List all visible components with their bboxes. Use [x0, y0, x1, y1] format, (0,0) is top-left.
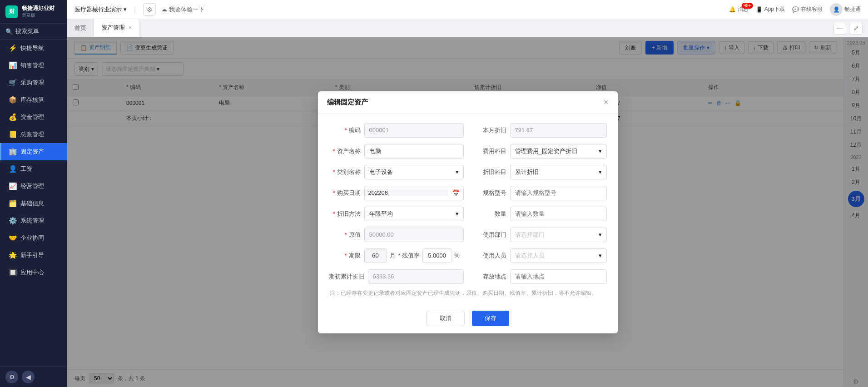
sidebar-item-system[interactable]: ⚙️ 系统管理 — [0, 212, 67, 229]
tab-asset-label: 资产管理 — [101, 24, 125, 32]
modal-close-btn[interactable]: × — [604, 98, 609, 107]
residual-input[interactable] — [422, 248, 451, 263]
dep-method-select[interactable]: 年限平均 ▾ — [364, 207, 464, 221]
username-label: 畅捷通 — [844, 5, 861, 13]
sidebar-item-inventory[interactable]: 📦 库存核算 — [0, 91, 67, 109]
asset-name-input[interactable] — [364, 144, 464, 159]
sidebar-header: 财 畅捷通好业财 普及版 — [0, 0, 67, 24]
basic-info-icon: 🗂️ — [9, 199, 17, 208]
spec-label: 规格型号 — [475, 189, 506, 197]
tab-actions: — ⤢ — [833, 22, 868, 35]
period-accum-dep-input[interactable] — [368, 269, 464, 284]
save-button[interactable]: 保存 — [472, 311, 509, 326]
form-row-quantity: 数量 — [475, 207, 607, 221]
search-icon: 🔍 — [5, 28, 13, 35]
category-dropdown-icon: ▾ — [456, 169, 459, 175]
corp-collab-icon: 🤝 — [9, 234, 17, 242]
form-row-dep-method: 折旧方法 年限平均 ▾ — [329, 207, 464, 221]
sidebar-item-fixed-assets[interactable]: 🏢 固定资产 — [0, 143, 67, 160]
topbar-right: 🔔 消息 99+ 📱 App下载 💬 在线客服 👤 畅捷通 — [729, 3, 861, 16]
original-value-label: 原值 — [329, 231, 361, 239]
form-row-original-value: 原值 — [329, 228, 464, 242]
notifications-badge: 99+ — [742, 3, 753, 9]
modal-footer: 取消 保存 — [318, 305, 618, 333]
experience-btn[interactable]: ☁ 我要体验一下 — [161, 5, 204, 14]
sidebar-item-sales[interactable]: 📊 销售管理 — [0, 57, 67, 74]
modal-note: 注：已经存在变更记录或者对应固定资产已经生成凭证，原值、购买日期、残值率、累计折… — [329, 289, 607, 297]
sidebar-item-funds[interactable]: 💰 资金管理 — [0, 109, 67, 126]
company-dropdown-icon: ▾ — [124, 6, 127, 13]
monthly-dep-input[interactable] — [510, 123, 607, 138]
code-input[interactable] — [364, 123, 464, 138]
cancel-button[interactable]: 取消 — [427, 311, 465, 326]
asset-name-label: 资产名称 — [329, 147, 361, 155]
operations-icon: 📈 — [9, 182, 17, 190]
sidebar-item-ledger[interactable]: 📒 总账管理 — [0, 126, 67, 143]
sales-icon: 📊 — [9, 61, 17, 69]
spec-input[interactable] — [510, 186, 607, 200]
purchase-date-input[interactable] — [365, 189, 448, 196]
modal-overlay: 编辑固定资产 × 编码 — [67, 37, 868, 387]
original-value-input[interactable] — [364, 228, 464, 242]
purchase-date-label: 购买日期 — [329, 189, 361, 197]
monthly-dep-label: 本月折旧 — [475, 126, 506, 134]
expense-subject-select[interactable]: 管理费用_固定资产折旧 ▾ — [510, 144, 607, 159]
app-download-icon: 📱 — [756, 6, 763, 13]
ledger-icon: 📒 — [9, 130, 17, 139]
form-row-purchase-date: 购买日期 📅 — [329, 186, 464, 200]
dep-method-label: 折旧方法 — [329, 210, 361, 218]
avatar: 👤 — [830, 3, 843, 16]
dep-subject-label: 折旧科目 — [475, 168, 506, 176]
tab-close-icon[interactable]: × — [129, 25, 132, 31]
department-label: 使用部门 — [475, 231, 506, 239]
tab-maximize-btn[interactable]: ⤢ — [850, 22, 863, 35]
form-row-expense-subject: 费用科目 管理费用_固定资产折旧 ▾ — [475, 144, 607, 159]
sidebar-item-quick-nav[interactable]: ⚡ 快捷导航 — [0, 40, 67, 57]
period-accum-dep-label: 期初累计折旧 — [329, 273, 364, 281]
topbar: 医疗器械行业演示 ▾ | ⚙ ☁ 我要体验一下 🔔 消息 99+ 📱 App下载… — [67, 0, 868, 19]
app-title-block: 畅捷通好业财 普及版 — [22, 5, 55, 19]
category-select[interactable]: 电子设备 ▾ — [364, 165, 464, 179]
quick-nav-icon: ⚡ — [9, 44, 17, 52]
form-row-period: 期限 月 * 残值率 % — [329, 248, 464, 263]
user-select[interactable]: 请选择人员 ▾ — [510, 248, 607, 263]
collapse-sidebar-icon[interactable]: ◀ — [22, 371, 35, 383]
sidebar-item-corp-collab[interactable]: 🤝 企业协同 — [0, 229, 67, 247]
sidebar-item-app-center[interactable]: 🔲 应用中心 — [0, 264, 67, 281]
tab-minimize-btn[interactable]: — — [833, 22, 846, 35]
sidebar-item-purchase[interactable]: 🛒 采购管理 — [0, 74, 67, 91]
expense-subject-label: 费用科目 — [475, 147, 506, 155]
app-download-btn[interactable]: 📱 App下载 — [756, 5, 785, 13]
notifications-btn[interactable]: 🔔 消息 99+ — [729, 5, 749, 13]
online-service-label: 在线客服 — [801, 5, 823, 13]
department-select[interactable]: 请选择部门 ▾ — [510, 228, 607, 242]
sidebar-search[interactable]: 🔍 搜索菜单 — [0, 24, 67, 40]
online-service-btn[interactable]: 💬 在线客服 — [792, 5, 823, 13]
topbar-settings-btn[interactable]: ⚙ — [143, 3, 156, 16]
quantity-input[interactable] — [510, 207, 607, 221]
sidebar-item-payroll[interactable]: 👤 工资 — [0, 160, 67, 178]
period-input[interactable] — [364, 248, 387, 263]
calendar-icon[interactable]: 📅 — [448, 189, 463, 197]
form-row-monthly-dep: 本月折旧 — [475, 123, 607, 138]
system-icon: ⚙️ — [9, 217, 17, 225]
user-profile-btn[interactable]: 👤 畅捷通 — [830, 3, 861, 16]
category-label: 类别名称 — [329, 168, 361, 176]
sidebar-item-newcomer[interactable]: 🌟 新手引导 — [0, 247, 67, 264]
app-subtitle: 普及版 — [22, 12, 55, 19]
settings-bottom-icon[interactable]: ⚙ — [5, 371, 18, 383]
sidebar-item-basic-info[interactable]: 🗂️ 基础信息 — [0, 195, 67, 212]
dep-subject-select[interactable]: 累计折旧 ▾ — [510, 165, 607, 179]
company-selector[interactable]: 医疗器械行业演示 ▾ — [74, 5, 127, 14]
tab-asset-management[interactable]: 资产管理 × — [94, 19, 139, 37]
expense-subject-dropdown-icon: ▾ — [599, 148, 602, 154]
form-col-left: 编码 资产名称 类别名称 — [329, 123, 464, 284]
form-col-right: 本月折旧 费用科目 管理费用_固定资产折旧 ▾ — [475, 123, 607, 284]
app-title: 畅捷通好业财 — [22, 5, 55, 12]
inventory-icon: 📦 — [9, 96, 17, 104]
modal-title: 编辑固定资产 — [327, 98, 368, 107]
location-input[interactable] — [510, 269, 607, 284]
sidebar-item-operations[interactable]: 📈 经营管理 — [0, 178, 67, 195]
tabbar: 首页 资产管理 × — ⤢ — [67, 19, 868, 37]
tab-home[interactable]: 首页 — [67, 19, 94, 37]
